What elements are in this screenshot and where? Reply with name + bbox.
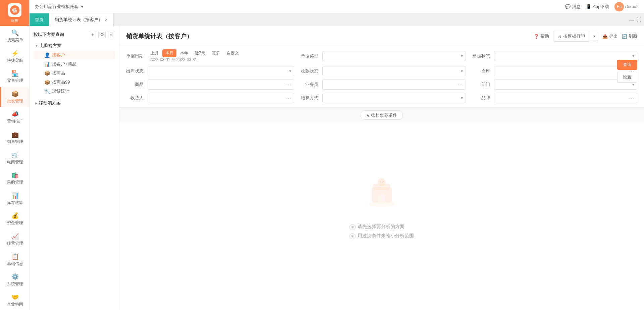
ecom-icon: 🛒 xyxy=(11,151,19,159)
collapse-panel-button[interactable]: « xyxy=(108,31,115,38)
download-icon: 📱 xyxy=(586,4,591,9)
empty-state: ① 请先选择要分析的方案 ② 用过滤条件来缩小分析范围 xyxy=(119,122,644,310)
order-type-input[interactable]: ▾ xyxy=(322,51,466,61)
refresh-button[interactable]: 🔄 刷新 xyxy=(622,33,637,39)
print-button[interactable]: 🖨 按模板打印 ▾ xyxy=(553,31,598,42)
sidebar-nav: 🔍 搜索菜单 ⚡ 快捷导航 🏪 零售管理 📦 批发管理 📣 营销推广 💼 销售管… xyxy=(0,26,29,310)
customer-icon: 👤 xyxy=(44,52,50,58)
sidebar-item-inventory[interactable]: 📊 库存核算 xyxy=(0,189,29,209)
warehouse-label: 仓库 xyxy=(469,68,493,74)
svg-point-5 xyxy=(378,178,386,186)
maximize-icon[interactable]: ⛶ xyxy=(637,17,641,22)
more-icon: ··· xyxy=(286,95,291,101)
chevron-down-icon: ▾ xyxy=(461,96,463,100)
sidebar-item-enterprise[interactable]: 🤝 企业协同 xyxy=(0,290,29,310)
close-icon[interactable]: ✕ xyxy=(105,17,108,22)
filter-cell-warehouse: 仓库 ··· xyxy=(469,66,637,76)
topbar-dropdown[interactable]: ▾ xyxy=(81,4,83,9)
goods-input[interactable]: ··· xyxy=(148,80,294,90)
tree-child-by-goods-99[interactable]: 📦 按商品99 xyxy=(34,78,115,87)
base-info-icon: 📋 xyxy=(11,253,19,260)
sidebar-item-label: 零售管理 xyxy=(7,78,23,84)
date-btn-7days[interactable]: 近7天 xyxy=(192,49,208,57)
sidebar-item-search[interactable]: 🔍 搜索菜单 xyxy=(0,26,29,46)
sidebar-item-purchase[interactable]: 🛍️ 采购管理 xyxy=(0,168,29,189)
minimize-icon[interactable]: — xyxy=(629,17,634,22)
hint1-text: 请先选择要分析的方案 xyxy=(358,224,405,230)
tab-sales-stats-label: 销货单统计表（按客户） xyxy=(55,17,103,23)
sidebar-item-finance[interactable]: 💰 资金管理 xyxy=(0,209,29,229)
right-panel: 销货单统计表（按客户） ❓ 帮助 🖨 按模板打印 ▾ 📤 xyxy=(119,26,644,310)
sidebar-item-label: 企业协同 xyxy=(7,302,23,307)
collapse-label: 收起更多条件 xyxy=(371,112,397,118)
scheme-settings-button[interactable]: ⚙ xyxy=(98,31,106,38)
sidebar-item-ecom[interactable]: 🛒 电商管理 xyxy=(0,148,29,168)
brand-input[interactable]: ··· xyxy=(494,93,637,103)
payment-input[interactable]: ▾ xyxy=(322,93,466,103)
sidebar-item-marketing[interactable]: 📣 营销推广 xyxy=(0,107,29,127)
settings-button[interactable]: 设置 xyxy=(617,72,637,83)
department-label: 部门 xyxy=(469,82,493,88)
date-btn-this-month[interactable]: 本月 xyxy=(162,49,176,57)
out-status-label: 出库状态 xyxy=(126,68,146,74)
order-status-input[interactable]: ▾ xyxy=(494,51,637,61)
receipt-status-input[interactable]: ▾ xyxy=(322,66,466,76)
date-btn-this-year[interactable]: 本年 xyxy=(177,49,191,57)
filter-cell-order-type: 单据类型 ▾ xyxy=(298,49,466,63)
tree-parent-mobile[interactable]: ▶ 移动端方案 xyxy=(32,98,116,108)
date-btn-last-month[interactable]: 上月 xyxy=(148,49,162,57)
out-status-input[interactable]: ▾ xyxy=(148,66,294,76)
marketing-icon: 📣 xyxy=(11,110,19,118)
collapse-icon: « xyxy=(110,32,113,37)
shortcuts-icon: ⚡ xyxy=(11,50,19,57)
tree-child-by-customer-goods[interactable]: 📊 按客户+商品 xyxy=(34,60,115,68)
user-avatar-button[interactable]: Ea demo2 xyxy=(614,2,639,11)
tree-child-by-goods[interactable]: 📦 按商品 xyxy=(34,69,115,78)
print-main[interactable]: 🖨 按模板打印 xyxy=(553,31,589,42)
payment-label: 结算方式 xyxy=(298,95,321,101)
filter-cell-payment: 结算方式 ▾ xyxy=(298,93,466,103)
sidebar-item-wholesale[interactable]: 📦 批发管理 xyxy=(0,87,29,107)
tab-sales-stats[interactable]: 销货单统计表（按客户） ✕ xyxy=(49,13,114,26)
tree-child-return-stats[interactable]: 📉 退货统计 xyxy=(34,87,115,96)
user-name: demo2 xyxy=(625,4,639,9)
inventory-icon: 📊 xyxy=(11,192,19,199)
messages-button[interactable]: 💬 消息 xyxy=(565,4,581,10)
department-input[interactable]: ▾ xyxy=(494,80,637,90)
page-actions: ❓ 帮助 🖨 按模板打印 ▾ 📤 导出 xyxy=(534,31,637,42)
query-button[interactable]: 查询 xyxy=(617,60,637,70)
content-area: 按以下方案查询 + ⚙ « ▼ 电脑端方案 xyxy=(30,26,644,310)
tree-child-by-customer[interactable]: 👤 按客户 xyxy=(34,51,115,59)
topbar-right: 💬 消息 📱 App下载 Ea demo2 xyxy=(565,2,639,11)
filter-row-2: 出库状态 ▾ 收款状态 ▾ 仓库 xyxy=(126,66,637,76)
app-download-button[interactable]: 📱 App下载 xyxy=(586,4,609,10)
help-button[interactable]: ❓ 帮助 xyxy=(534,33,549,39)
salesperson-input[interactable]: ··· xyxy=(322,80,466,90)
print-arrow[interactable]: ▾ xyxy=(591,32,598,41)
tree-parent-desktop[interactable]: ▼ 电脑端方案 xyxy=(32,41,116,50)
sidebar-item-retail[interactable]: 🏪 零售管理 xyxy=(0,66,29,87)
tree-child-label: 按商品99 xyxy=(52,79,70,85)
chevron-up-icon: ∧ xyxy=(366,113,370,118)
refresh-label: 刷新 xyxy=(629,33,637,39)
warehouse-input[interactable]: ··· xyxy=(494,66,637,76)
sidebar-item-base-info[interactable]: 📋 基础信息 xyxy=(0,250,29,270)
filter-cell-out-status: 出库状态 ▾ xyxy=(126,66,294,76)
goods-99-icon: 📦 xyxy=(44,80,50,85)
sidebar-item-sys-admin[interactable]: ⚙️ 系统管理 xyxy=(0,270,29,290)
logo-icon: 畅 xyxy=(8,3,21,17)
date-btn-more[interactable]: 更多 xyxy=(209,49,223,57)
export-button[interactable]: 📤 导出 xyxy=(602,33,618,39)
consignee-input[interactable]: ··· xyxy=(148,93,294,103)
refresh-icon: 🔄 xyxy=(622,34,627,39)
date-btn-custom[interactable]: 自定义 xyxy=(224,49,242,57)
collapse-button[interactable]: ∧ 收起更多条件 xyxy=(361,110,403,120)
sidebar-item-sales-mgmt[interactable]: 💼 销售管理 xyxy=(0,127,29,148)
sidebar-item-operations[interactable]: 📈 经营管理 xyxy=(0,229,29,250)
add-scheme-button[interactable]: + xyxy=(89,31,96,38)
plus-icon: + xyxy=(91,32,94,37)
tab-home[interactable]: 首页 xyxy=(30,13,49,26)
left-panel-title: 按以下方案查询 xyxy=(34,32,64,38)
sidebar-item-shortcuts[interactable]: ⚡ 快捷导航 xyxy=(0,46,29,67)
tree-child-label: 按客户+商品 xyxy=(52,61,76,67)
